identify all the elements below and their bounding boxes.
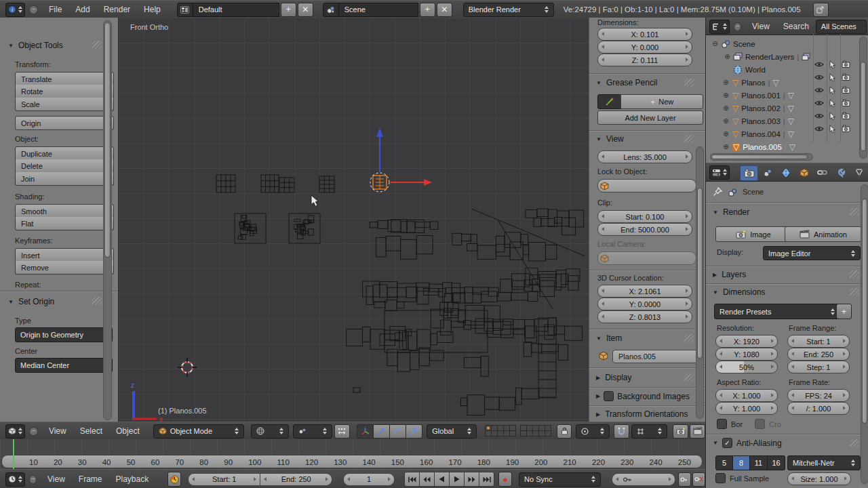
panel-grip-icon[interactable]: [684, 135, 694, 143]
outliner-row-planos003[interactable]: ⊕ ▽ Planos.003 | ▽: [706, 115, 868, 127]
transform-orientation-dropdown[interactable]: Global: [427, 424, 476, 439]
timeline[interactable]: 1020304050607080901001101201301401501601…: [0, 439, 705, 469]
grease-pencil-draw-button[interactable]: [597, 94, 622, 109]
panel-grip-icon[interactable]: [684, 373, 694, 382]
end-frame-field[interactable]: End: 250: [260, 473, 332, 486]
snap-element-dropdown[interactable]: [631, 424, 668, 439]
expand-icon[interactable]: ⊕: [722, 130, 730, 138]
layers-grid-left[interactable]: [485, 425, 516, 437]
opengl-render-button[interactable]: [673, 424, 688, 439]
translate-button[interactable]: Translate: [15, 72, 114, 86]
item-name-field[interactable]: Planos.005: [612, 350, 703, 363]
outliner-row-scene[interactable]: ⊖ Scene: [706, 37, 868, 50]
scale-button[interactable]: Scale: [15, 98, 114, 111]
resolution-percentage-slider[interactable]: 50%: [715, 361, 778, 373]
dimension-y-field[interactable]: Y: 0.000: [597, 41, 692, 54]
manipulate-center-points-toggle[interactable]: [334, 424, 351, 439]
outliner-v-scrollbar[interactable]: [859, 37, 867, 159]
jump-to-end-button[interactable]: [479, 472, 494, 487]
n-panel-scrollbar[interactable]: [696, 146, 704, 419]
tab-scene[interactable]: [759, 165, 776, 180]
panel-grip-icon[interactable]: [684, 79, 694, 87]
anti-aliasing-panel-header[interactable]: ▼ ✓ Anti-Aliasing: [713, 438, 782, 448]
outliner-row-planos002[interactable]: ⊕ ▽ Planos.002 | ▽: [706, 102, 868, 115]
sync-dropdown[interactable]: No Sync: [519, 472, 601, 487]
panel-grip-icon[interactable]: [850, 270, 859, 279]
duplicate-window-icon[interactable]: [813, 3, 829, 17]
manipulator-toggle[interactable]: [357, 424, 374, 439]
clip-start-field[interactable]: Start: 0.100: [597, 210, 692, 223]
timeline-scrollbar[interactable]: 1020304050607080901001101201301401501601…: [1, 455, 703, 468]
render-engine-dropdown[interactable]: Blender Render: [463, 3, 554, 17]
panel-grip-icon[interactable]: [684, 334, 694, 342]
dimension-x-field[interactable]: X: 0.101: [597, 28, 692, 41]
view-panel-header[interactable]: ▼ View: [596, 134, 624, 144]
origin-type-dropdown[interactable]: Origin to Geometry: [15, 327, 113, 342]
aa-samples-11-button[interactable]: 11: [750, 455, 768, 470]
grease-pencil-new-button[interactable]: + New: [620, 94, 703, 109]
collapse-menus-icon[interactable]: −: [29, 5, 38, 14]
pivot-point-dropdown[interactable]: [293, 424, 332, 439]
grease-pencil-panel-header[interactable]: ▼ Grease Pencil: [596, 78, 657, 87]
cursor-x-field[interactable]: X: 2.1061: [597, 285, 692, 298]
background-images-checkbox[interactable]: [604, 391, 614, 401]
3d-viewport[interactable]: Front Ortho: [118, 18, 589, 422]
screen-name-field[interactable]: Default: [193, 3, 279, 17]
tab-modifiers[interactable]: [832, 165, 849, 180]
add-screen-button[interactable]: +: [281, 3, 296, 17]
cursor-y-field[interactable]: Y: 0.0000: [597, 298, 692, 310]
outliner-filter-dropdown[interactable]: All Scenes: [816, 20, 867, 34]
next-keyframe-button[interactable]: [465, 472, 479, 487]
cursor-z-field[interactable]: Z: 0.8013: [597, 310, 692, 323]
tab-constraints[interactable]: [814, 165, 831, 180]
selected-object[interactable]: [373, 176, 387, 189]
clip-end-field[interactable]: End: 5000.000: [597, 223, 692, 236]
aspect-y-field[interactable]: Y: 1.000: [715, 402, 778, 415]
opengl-render-anim-button[interactable]: [690, 424, 705, 439]
aa-samples-5-button[interactable]: 5: [715, 455, 733, 470]
flat-button[interactable]: Flat: [15, 217, 114, 230]
smooth-button[interactable]: Smooth: [15, 204, 114, 218]
delete-screen-button[interactable]: ✕: [298, 3, 313, 17]
layers-grid-right[interactable]: [520, 425, 551, 437]
expand-icon[interactable]: ⊕: [722, 79, 730, 86]
keying-set-field[interactable]: [612, 473, 675, 486]
menu-file[interactable]: File: [42, 5, 68, 14]
set-origin-panel-header[interactable]: ▼ Set Origin: [8, 297, 54, 306]
proportional-edit-dropdown[interactable]: [576, 424, 610, 439]
jump-to-start-button[interactable]: [404, 472, 420, 487]
panel-grip-icon[interactable]: [92, 41, 102, 49]
current-frame-field[interactable]: 1: [343, 473, 395, 486]
origin-button[interactable]: Origin: [15, 116, 114, 130]
tab-render[interactable]: [740, 165, 758, 181]
timeline-menu-playback[interactable]: Playback: [108, 474, 155, 484]
center-dropdown[interactable]: Median Center: [15, 358, 113, 373]
outliner-row-world[interactable]: World: [706, 63, 868, 76]
snap-toggle[interactable]: [614, 424, 629, 439]
layers-widget[interactable]: [485, 425, 551, 437]
pin-icon[interactable]: [713, 187, 722, 197]
scene-name-field[interactable]: Scene: [339, 3, 418, 17]
frame-end-field[interactable]: End: 250: [787, 348, 850, 361]
collapse-menus-icon[interactable]: −: [29, 427, 38, 436]
aa-samples-8-button[interactable]: 8: [733, 455, 750, 470]
editor-type-selector-view3d[interactable]: [5, 424, 25, 439]
collapse-menus-icon[interactable]: −: [734, 22, 741, 31]
panel-grip-icon[interactable]: [850, 208, 859, 216]
panel-grip-icon[interactable]: [850, 439, 859, 447]
background-images-panel-header[interactable]: ▶ Background Images: [596, 391, 690, 401]
aa-size-field[interactable]: Size: 1.000: [787, 472, 851, 485]
expand-icon[interactable]: ⊕: [722, 104, 730, 112]
outliner-h-scrollbar[interactable]: [710, 153, 813, 161]
collapse-icon[interactable]: ⊖: [711, 40, 719, 47]
add-scene-button[interactable]: +: [420, 3, 435, 17]
outliner-row-planos004[interactable]: ⊕ ▽ Planos.004 | ▽: [706, 127, 868, 140]
menu-render[interactable]: Render: [97, 5, 137, 14]
panel-grip-icon[interactable]: [92, 297, 102, 305]
anti-aliasing-checkbox[interactable]: ✓: [722, 438, 732, 448]
play-reverse-button[interactable]: [435, 472, 450, 487]
record-button[interactable]: ●: [498, 472, 512, 487]
panel-grip-icon[interactable]: [850, 288, 859, 296]
insert-keyframe-icon-button[interactable]: [678, 472, 691, 487]
delete-keyframe-icon-button[interactable]: [692, 472, 705, 487]
